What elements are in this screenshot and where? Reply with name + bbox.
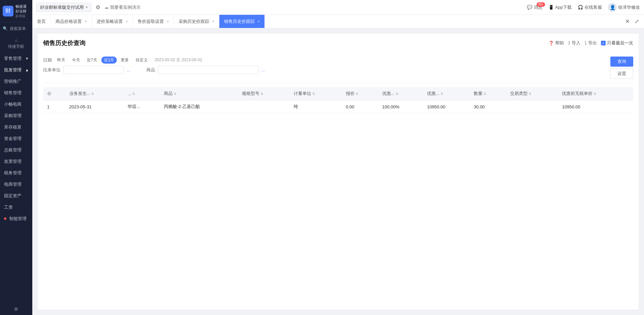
messages-button[interactable]: 💬 消息 99+ bbox=[527, 4, 542, 10]
help-link[interactable]: ❓ 帮助 bbox=[548, 40, 564, 46]
source-more-button[interactable]: ... bbox=[127, 67, 130, 72]
messages-badge: 99+ bbox=[537, 2, 545, 7]
th-unit[interactable]: 计量单位 ⇅ bbox=[290, 87, 342, 100]
user-menu-button[interactable]: 👤 徐泽华修改 bbox=[608, 3, 640, 12]
date-option-last7[interactable]: 近7天 bbox=[84, 57, 100, 64]
sidebar-item-purchase[interactable]: 采购管理 bbox=[0, 110, 32, 121]
module-selector[interactable]: 好业财标准版交付试用 ▾ bbox=[36, 3, 92, 12]
import-icon: ⤴ bbox=[568, 41, 570, 46]
tab-purchase-strategy[interactable]: 进价策略设置 × bbox=[92, 15, 133, 28]
tab-product-price[interactable]: 商品价格设置 × bbox=[51, 15, 92, 28]
th-trans-type[interactable]: 交易类型 ⇅ bbox=[506, 87, 558, 100]
topbar: 好业财标准版交付试用 ▾ ⚙ ☁ 我要看实例演示 💬 消息 99+ 📱 App下… bbox=[32, 0, 644, 15]
date-option-custom[interactable]: 自定义 bbox=[133, 57, 150, 64]
tab-close-sales-history[interactable]: × bbox=[257, 19, 260, 24]
online-service-button[interactable]: 🎧 在线客服 bbox=[578, 4, 602, 10]
th-price[interactable]: 报价 ⇅ bbox=[342, 87, 378, 100]
date-option-yesterday[interactable]: 昨天 bbox=[55, 57, 68, 64]
sort-icon: ⇅ bbox=[174, 92, 176, 96]
page-actions: ❓ 帮助 ⤴ 导入 ⤵ 导出 ✓ 只看最后一次 bbox=[548, 40, 633, 46]
sidebar-item-ledger[interactable]: 总账管理 bbox=[0, 144, 32, 156]
app-download-button[interactable]: 📱 App下载 bbox=[548, 4, 572, 10]
app-logo-icon: 财 bbox=[3, 6, 13, 16]
sidebar: 财 畅捷通好业财 标准版 🔍 搜索菜单 ☆ 快捷导航 零售管理 ▾ 批发管理 ▴… bbox=[0, 0, 32, 315]
sort-icon: ⇅ bbox=[132, 92, 135, 96]
import-link[interactable]: ⤴ 导入 bbox=[568, 40, 580, 46]
sidebar-item-salary[interactable]: 工资 bbox=[0, 202, 32, 213]
date-option-last1m[interactable]: 近1月 bbox=[101, 57, 117, 64]
product-more-button[interactable]: ... bbox=[261, 67, 265, 72]
maximize-window-button[interactable]: ⤢ bbox=[633, 18, 641, 26]
date-option-more[interactable]: 更多 bbox=[118, 57, 132, 64]
sort-icon: ⇅ bbox=[356, 92, 358, 96]
sort-icon: ⇅ bbox=[312, 92, 315, 96]
source-filter-input[interactable] bbox=[63, 66, 124, 74]
query-button[interactable]: 查询 bbox=[610, 57, 633, 67]
sort-icon: ⇅ bbox=[396, 92, 398, 96]
sidebar-item-marketing[interactable]: 营销推广 bbox=[0, 76, 32, 87]
sidebar-search[interactable]: 🔍 搜索菜单 bbox=[0, 23, 32, 35]
window-controls: ✕ ⤢ bbox=[620, 18, 644, 26]
chevron-up-icon: ▴ bbox=[26, 67, 28, 72]
page-header: 销售历史价查询 ❓ 帮助 ⤴ 导入 ⤵ 导出 ✓ bbox=[43, 39, 633, 47]
date-options: 昨天 今天 近7天 近1月 更多 自定义 bbox=[55, 57, 150, 64]
sort-icon: ⇅ bbox=[529, 92, 531, 96]
demo-link[interactable]: ☁ 我要看实例演示 bbox=[104, 4, 141, 10]
sidebar-item-tax[interactable]: 税务管理 bbox=[0, 167, 32, 179]
table-row[interactable]: 1 2023-05-31 华谊... 丙烯酸-2-乙基己酯 吨 0.00 100… bbox=[43, 100, 633, 113]
close-window-button[interactable]: ✕ bbox=[623, 18, 631, 26]
headset-icon: 🎧 bbox=[578, 5, 583, 10]
th-settings[interactable]: ⚙ bbox=[43, 87, 65, 100]
cell-source: 华谊... bbox=[123, 100, 160, 113]
module-settings-button[interactable]: ⚙ bbox=[96, 4, 100, 10]
tab-sales-history[interactable]: 销售历史价跟踪 × bbox=[219, 15, 265, 28]
th-spec[interactable]: 规格型号 ⇅ bbox=[238, 87, 290, 100]
tab-purchase-history[interactable]: 采购历史价跟踪 × bbox=[174, 15, 219, 28]
cell-product: 丙烯酸-2-乙基己酯 bbox=[160, 100, 238, 113]
page-content: 销售历史价查询 ❓ 帮助 ⤴ 导入 ⤵ 导出 ✓ bbox=[32, 28, 644, 315]
date-filter-row: 日期 昨天 今天 近7天 近1月 更多 自定义 2023-05-02 至 202… bbox=[43, 57, 604, 64]
settings-button[interactable]: 设置 bbox=[610, 69, 633, 79]
th-discount1[interactable]: 优惠... ⇅ bbox=[378, 87, 423, 100]
sidebar-item-smart[interactable]: 智能管理 bbox=[0, 213, 32, 224]
tab-close-purchase-history[interactable]: × bbox=[212, 19, 214, 24]
sidebar-item-finance[interactable]: 资金管理 bbox=[0, 133, 32, 144]
sidebar-settings-button[interactable]: ⚙ bbox=[0, 303, 32, 315]
source-filter-row: 往来单位 ... 商品 ... bbox=[43, 66, 604, 74]
sort-icon: ⇅ bbox=[440, 92, 443, 96]
tab-home[interactable]: 首页 bbox=[32, 15, 51, 28]
cloud-icon: ☁ bbox=[104, 5, 109, 10]
th-product[interactable]: 商品 ⇅ bbox=[160, 87, 238, 100]
sidebar-item-invoice[interactable]: 发票管理 bbox=[0, 156, 32, 167]
export-link[interactable]: ⤵ 导出 bbox=[584, 40, 597, 46]
cell-trans-type bbox=[506, 100, 558, 113]
cell-discount1: 100.00% bbox=[378, 100, 423, 113]
sort-icon: ⇅ bbox=[594, 92, 596, 96]
sidebar-item-assets[interactable]: 固定资产 bbox=[0, 190, 32, 202]
th-biz-date[interactable]: 业务发生... ⇅ bbox=[65, 87, 124, 100]
th-dots[interactable]: ... ⇅ bbox=[123, 87, 160, 100]
sidebar-item-wholesale[interactable]: 批发管理 ▴ bbox=[0, 64, 32, 76]
tab-close-product-price[interactable]: × bbox=[84, 19, 87, 24]
th-discount2[interactable]: 优惠... ⇅ bbox=[423, 87, 470, 100]
help-icon: ❓ bbox=[548, 41, 554, 46]
sidebar-item-ecommerce[interactable]: 电商管理 bbox=[0, 179, 32, 190]
cell-spec bbox=[238, 100, 290, 113]
sidebar-item-quicknav[interactable]: ☆ 快捷导航 bbox=[0, 35, 32, 53]
only-last-checkbox[interactable]: ✓ 只看最后一次 bbox=[601, 40, 633, 46]
sidebar-item-sales[interactable]: 销售管理 bbox=[0, 87, 32, 99]
page-title: 销售历史价查询 bbox=[43, 39, 85, 47]
sidebar-item-ecommerce-small[interactable]: 小畅电商 bbox=[0, 99, 32, 110]
tab-sale-extract[interactable]: 售价提取设置 × bbox=[133, 15, 174, 28]
product-filter-input[interactable] bbox=[158, 66, 259, 74]
th-pre-tax-price[interactable]: 优惠前无税单价 ⇅ bbox=[558, 87, 633, 100]
tab-close-sale-extract[interactable]: × bbox=[167, 19, 169, 24]
sidebar-item-retail[interactable]: 零售管理 ▾ bbox=[0, 53, 32, 64]
th-quantity[interactable]: 数量 ⇅ bbox=[470, 87, 506, 100]
gear-icon[interactable]: ⚙ bbox=[47, 91, 51, 96]
date-option-today[interactable]: 今天 bbox=[69, 57, 83, 64]
sidebar-item-inventory[interactable]: 库存核算 bbox=[0, 121, 32, 133]
quicknav-icon: ☆ bbox=[14, 38, 18, 43]
date-range-display: 2023-05-02 至 2023-06-02 bbox=[154, 57, 202, 63]
tab-close-purchase-strategy[interactable]: × bbox=[126, 19, 128, 24]
